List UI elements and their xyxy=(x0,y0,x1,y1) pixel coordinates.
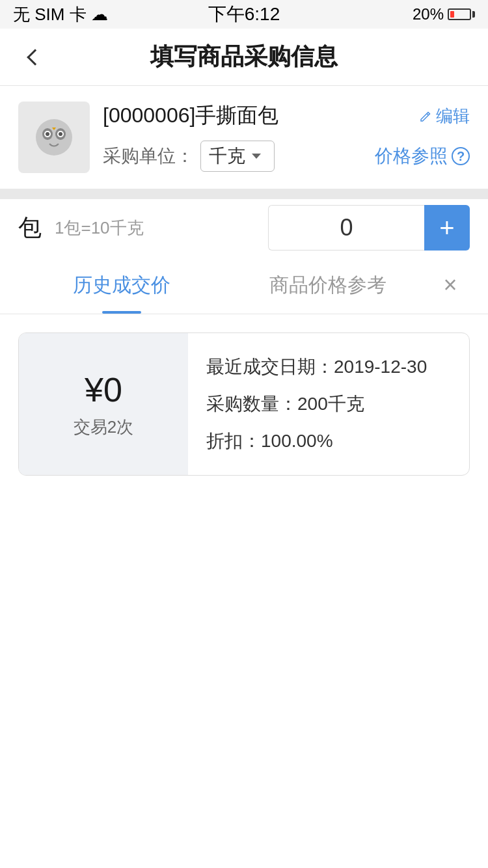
edit-icon xyxy=(419,109,433,123)
unit-label: 采购单位： xyxy=(103,144,194,169)
battery-icon xyxy=(448,8,475,20)
unit-select[interactable]: 千克 xyxy=(200,141,275,172)
nav-header: 填写商品采购信息 xyxy=(0,29,488,86)
status-signal: 无 SIM 卡 ☁ xyxy=(13,3,108,26)
divider xyxy=(0,189,488,199)
quantity-plus-button[interactable]: + xyxy=(424,205,470,251)
tab-underline xyxy=(102,311,141,314)
status-time: 下午6:12 xyxy=(208,2,280,27)
history-discount: 折扣：100.00% xyxy=(206,427,451,456)
page-title: 填写商品采购信息 xyxy=(150,41,338,73)
quantity-row: 包 1包=10千克 0 + xyxy=(0,199,488,256)
history-left: ¥0 交易2次 xyxy=(19,333,188,475)
back-button[interactable] xyxy=(13,38,52,77)
tab-product-price-ref[interactable]: 商品价格参考 xyxy=(224,256,431,314)
history-price: ¥0 xyxy=(85,370,122,409)
history-right: 最近成交日期：2019-12-30 采购数量：200千克 折扣：100.00% xyxy=(188,333,469,475)
bottom-space xyxy=(0,494,488,868)
quantity-input-group: 0 + xyxy=(268,205,470,251)
quantity-unit-label: 包 xyxy=(18,212,42,244)
tabs-container: 历史成交价 商品价格参考 × ¥0 交易2次 最近成交日期：2019-12-30 xyxy=(0,256,488,494)
product-info: [0000006]手撕面包 编辑 采购单位： 千克 价格参照 ? xyxy=(103,102,470,172)
product-section: [0000006]手撕面包 编辑 采购单位： 千克 价格参照 ? xyxy=(0,86,488,189)
close-icon: × xyxy=(443,273,457,297)
unit-left: 采购单位： 千克 xyxy=(103,141,275,172)
history-purchase-qty: 采购数量：200千克 xyxy=(206,390,451,419)
svg-point-6 xyxy=(59,132,62,136)
tab-history-price[interactable]: 历史成交价 xyxy=(18,256,224,314)
status-right: 20% xyxy=(413,5,475,23)
quantity-unit-desc: 1包=10千克 xyxy=(55,217,255,239)
tab-content-history: ¥0 交易2次 最近成交日期：2019-12-30 采购数量：200千克 折扣：… xyxy=(0,314,488,494)
product-name: [0000006]手撕面包 xyxy=(103,102,278,130)
svg-point-5 xyxy=(46,132,49,136)
svg-point-0 xyxy=(36,119,72,156)
history-card: ¥0 交易2次 最近成交日期：2019-12-30 采购数量：200千克 折扣：… xyxy=(18,332,470,476)
tabs-header: 历史成交价 商品价格参考 × xyxy=(0,256,488,314)
tab-close-button[interactable]: × xyxy=(431,265,470,305)
product-logo-icon xyxy=(31,115,77,160)
edit-button[interactable]: 编辑 xyxy=(419,105,470,128)
price-ref-button[interactable]: 价格参照 ? xyxy=(375,144,470,169)
back-arrow-icon xyxy=(27,49,43,65)
product-image xyxy=(18,102,90,173)
history-trades: 交易2次 xyxy=(74,416,133,439)
price-ref-help-icon: ? xyxy=(452,147,470,165)
status-bar: 无 SIM 卡 ☁ 下午6:12 20% xyxy=(0,0,488,29)
history-recent-date: 最近成交日期：2019-12-30 xyxy=(206,353,451,382)
quantity-input[interactable]: 0 xyxy=(268,205,424,251)
status-battery-percent: 20% xyxy=(413,5,444,23)
unit-select-arrow-icon xyxy=(252,154,261,159)
